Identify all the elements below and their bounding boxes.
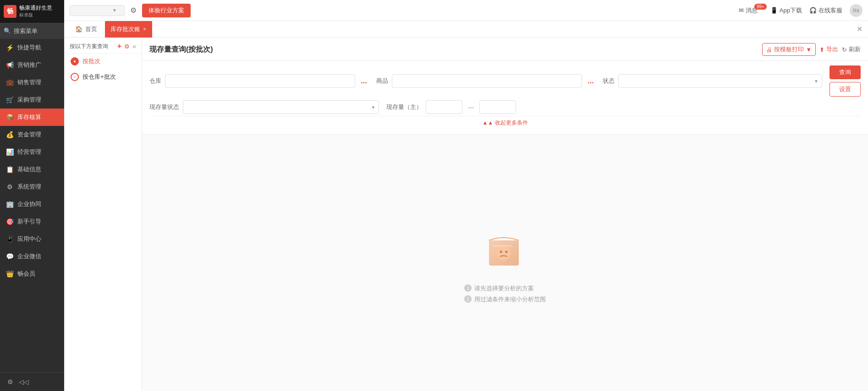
page-header-actions: 🖨 按模板打印 ▼ ⬆ 导出 ↻ 刷新 [762, 43, 861, 56]
sidebar-item-inventory[interactable]: 📦 库存核算 [0, 109, 64, 126]
scheme-warehouse-batch-icon: ○ [71, 73, 79, 81]
collapse-panel-icon[interactable]: « [132, 43, 136, 50]
query-button[interactable]: 查询 [830, 65, 861, 79]
svg-point-1 [496, 246, 511, 261]
operation-icon: 📊 [5, 148, 14, 156]
export-label: 导出 [826, 45, 838, 54]
inventory-qty-label: 现存量（主） [386, 103, 422, 111]
collapse-filter-bar[interactable]: ▲▲ 收起更多条件 [149, 116, 861, 130]
sidebar-item-label: 资金管理 [17, 130, 41, 139]
collapse-label: 收起更多条件 [495, 119, 528, 126]
headset-icon: 🎧 [809, 7, 817, 14]
filter-product: 商品 ... [376, 74, 596, 88]
hint-num-2: 2 [464, 295, 472, 303]
sidebar-item-member[interactable]: 👑 畅会员 [0, 265, 64, 282]
message-button[interactable]: ✉ 消息 99+ [739, 6, 763, 15]
sidebar-item-sales[interactable]: 💼 销售管理 [0, 74, 64, 91]
left-panel-header: 按以下方案查询 + ⚙ « [64, 38, 142, 54]
message-badge: 99+ [754, 4, 767, 10]
topbar-right: ✉ 消息 99+ 📱 App下载 🎧 在线客服 Rit [739, 4, 863, 17]
right-panel: 现存量查询(按批次) 🖨 按模板打印 ▼ ⬆ 导出 ↻ [142, 38, 868, 391]
svg-point-2 [500, 251, 502, 253]
warehouse-label: 仓库 [149, 77, 161, 85]
settings-bottom-icon[interactable]: ⚙ [5, 377, 15, 386]
experience-button[interactable]: 体验行业方案 [142, 4, 191, 17]
product-label: 商品 [376, 77, 388, 85]
sidebar-item-wechat[interactable]: 💬 企业微信 [0, 248, 64, 265]
sidebar-item-guide[interactable]: 🎯 新手引导 [0, 213, 64, 230]
tab-close-all[interactable]: ✕ [857, 25, 863, 33]
member-icon: 👑 [5, 270, 14, 278]
sidebar-item-operation[interactable]: 📊 经营管理 [0, 143, 64, 161]
sidebar-item-finance[interactable]: 💰 资金管理 [0, 126, 64, 143]
app-download-button[interactable]: 📱 App下载 [770, 6, 802, 15]
sidebar-header: 畅 畅康通好生意 标准版 [0, 0, 64, 23]
topbar-search-box[interactable]: ▼ [70, 5, 125, 16]
refresh-icon: ↻ [842, 46, 847, 53]
refresh-label: 刷新 [849, 45, 861, 54]
scheme-item-warehouse-batch[interactable]: ○ 按仓库+批次 [64, 69, 142, 85]
user-avatar: Rit [850, 4, 863, 17]
topbar-search-input[interactable] [74, 7, 110, 14]
sidebar-item-marketing[interactable]: 📢 营销推广 [0, 56, 64, 74]
sidebar-item-label: 企业协同 [17, 200, 41, 208]
warehouse-dots[interactable]: ... [359, 77, 368, 85]
inventory-qty-max[interactable] [479, 100, 516, 114]
user-menu[interactable]: Rit [850, 4, 863, 17]
left-panel-actions: + ⚙ « [117, 42, 136, 50]
export-icon: ⬆ [819, 46, 824, 53]
tab-bar: 🏠 首页 库存批次账 × ✕ [64, 21, 868, 38]
collapse-sidebar-icon[interactable]: ◁◁ [19, 377, 28, 386]
sidebar: 畅 畅康通好生意 标准版 🔍 搜索菜单 ⚡ 快捷导航 📢 营销推广 💼 销售管理… [0, 0, 64, 391]
product-input[interactable] [392, 74, 582, 88]
sidebar-nav: ⚡ 快捷导航 📢 营销推广 💼 销售管理 🛒 采购管理 📦 库存核算 💰 资金管… [0, 39, 64, 372]
online-service-button[interactable]: 🎧 在线客服 [809, 6, 842, 15]
apps-icon: 📱 [5, 235, 14, 243]
inventory-status-select[interactable] [183, 100, 379, 114]
tab-home[interactable]: 🏠 首页 [70, 21, 103, 38]
svg-point-3 [505, 251, 508, 253]
sidebar-item-apps[interactable]: 📱 应用中心 [0, 230, 64, 248]
status-select[interactable] [618, 74, 822, 88]
filter-inventory-qty: 现存量（主） — [386, 100, 616, 114]
empty-illustration [478, 222, 533, 277]
sidebar-item-label: 营销推广 [17, 61, 41, 69]
dropdown-arrow-icon[interactable]: ▼ [112, 8, 117, 13]
page-header: 现存量查询(按批次) 🖨 按模板打印 ▼ ⬆ 导出 ↻ [142, 38, 868, 61]
sidebar-item-basic[interactable]: 📋 基础信息 [0, 161, 64, 178]
search-label: 搜索菜单 [14, 27, 38, 35]
topbar: ▼ ⚙ 体验行业方案 ✉ 消息 99+ 📱 App下载 🎧 在线客服 Rit [64, 0, 868, 21]
inventory-qty-min[interactable] [426, 100, 462, 114]
sidebar-item-quick-nav[interactable]: ⚡ 快捷导航 [0, 39, 64, 56]
print-button[interactable]: 🖨 按模板打印 ▼ [762, 43, 816, 56]
marketing-icon: 📢 [5, 61, 14, 69]
print-dropdown-icon[interactable]: ▼ [806, 46, 812, 53]
online-service-label: 在线客服 [819, 6, 842, 15]
filter-area: 仓库 ... 商品 ... 状态 [142, 61, 868, 135]
sidebar-item-label: 畅会员 [17, 270, 35, 278]
app-download-icon: 📱 [770, 7, 778, 14]
sidebar-item-enterprise[interactable]: 🏢 企业协同 [0, 196, 64, 213]
scheme-settings-icon[interactable]: ⚙ [124, 43, 130, 50]
tab-inventory-batch[interactable]: 库存批次账 × [105, 21, 152, 38]
tab-home-label: 首页 [85, 25, 97, 33]
sidebar-item-label: 企业微信 [17, 252, 41, 261]
scheme-item-batch[interactable]: ● 按批次 [64, 54, 142, 69]
sidebar-item-purchase[interactable]: 🛒 采购管理 [0, 91, 64, 109]
export-button[interactable]: ⬆ 导出 [819, 45, 838, 54]
add-scheme-icon[interactable]: + [117, 42, 121, 50]
sidebar-search[interactable]: 🔍 搜索菜单 [0, 23, 64, 39]
refresh-button[interactable]: ↻ 刷新 [842, 45, 861, 54]
warehouse-input[interactable] [165, 74, 355, 88]
sidebar-item-label: 销售管理 [17, 78, 41, 87]
sidebar-item-system[interactable]: ⚙ 系统管理 [0, 178, 64, 196]
product-dots[interactable]: ... [586, 77, 595, 85]
status-label: 状态 [603, 77, 615, 85]
filter-settings-button[interactable]: 设置 [830, 82, 861, 97]
sidebar-item-label: 采购管理 [17, 96, 41, 104]
tab-close-icon[interactable]: × [143, 26, 146, 33]
topbar-gear-icon[interactable]: ⚙ [128, 4, 138, 16]
sidebar-bottom: ⚙ ◁◁ [0, 372, 64, 391]
filter-action-buttons: 查询 设置 [830, 65, 861, 97]
sidebar-item-label: 快捷导航 [17, 43, 41, 52]
